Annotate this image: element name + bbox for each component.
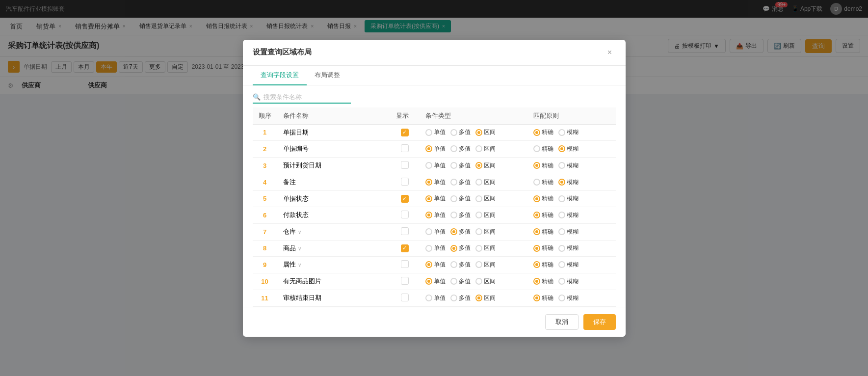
- row-display: [390, 256, 420, 273]
- row-match: 精确模糊: [527, 256, 616, 273]
- row-name: 有无商品图片: [277, 273, 390, 290]
- radio-type-单值[interactable]: 单值: [425, 228, 446, 236]
- radio-match-模糊[interactable]: 模糊: [558, 277, 579, 286]
- row-type: 单值多值区间: [420, 174, 527, 190]
- display-checkbox[interactable]: [401, 161, 409, 169]
- radio-type-区间[interactable]: 区间: [475, 145, 496, 153]
- radio-type-多值[interactable]: 多值: [450, 261, 471, 269]
- radio-match-精确[interactable]: 精确: [533, 161, 553, 170]
- radio-type-区间[interactable]: 区间: [475, 261, 496, 269]
- th-display: 显示: [390, 107, 420, 125]
- display-checkbox[interactable]: [401, 277, 409, 285]
- radio-match-模糊[interactable]: 模糊: [558, 211, 579, 219]
- radio-match-精确[interactable]: 精确: [533, 178, 553, 187]
- radio-type-多值[interactable]: 多值: [450, 161, 471, 170]
- row-type: 单值多值区间: [420, 207, 527, 223]
- radio-type-单值[interactable]: 单值: [425, 277, 446, 286]
- radio-match-模糊[interactable]: 模糊: [558, 194, 579, 203]
- radio-type-单值[interactable]: 单值: [425, 128, 446, 136]
- table-row: 8商品 ∨单值多值区间精确模糊: [253, 240, 616, 256]
- conditions-table: 顺序 条件名称 显示 条件类型 匹配原则 1单据日期单值多值区间精确模糊2单据编…: [253, 107, 616, 307]
- radio-match-模糊[interactable]: 模糊: [558, 178, 579, 187]
- table-row: 2单据编号单值多值区间精确模糊: [253, 140, 616, 157]
- row-display: [390, 174, 420, 190]
- radio-match-模糊[interactable]: 模糊: [558, 294, 579, 302]
- row-display: [390, 124, 420, 140]
- display-checkbox[interactable]: [401, 211, 409, 218]
- radio-type-多值[interactable]: 多值: [450, 194, 471, 203]
- radio-match-模糊[interactable]: 模糊: [558, 145, 579, 153]
- radio-type-多值[interactable]: 多值: [450, 294, 471, 302]
- radio-type-区间[interactable]: 区间: [475, 244, 496, 252]
- radio-match-精确[interactable]: 精确: [533, 194, 553, 203]
- th-name: 条件名称: [277, 107, 390, 125]
- search-input[interactable]: [263, 93, 342, 101]
- tab-layout-adjust[interactable]: 布局调整: [307, 77, 348, 85]
- radio-type-单值[interactable]: 单值: [425, 145, 446, 153]
- row-order: 1: [253, 124, 277, 140]
- radio-type-区间[interactable]: 区间: [475, 277, 496, 286]
- radio-type-区间[interactable]: 区间: [475, 228, 496, 236]
- tab-query-fields[interactable]: 查询字段设置: [253, 77, 307, 85]
- row-name: 备注: [277, 174, 390, 190]
- save-button[interactable]: 保存: [583, 314, 616, 330]
- row-name: 商品 ∨: [277, 240, 390, 256]
- display-checkbox[interactable]: [401, 260, 409, 268]
- radio-type-多值[interactable]: 多值: [450, 211, 471, 219]
- row-order: 11: [253, 290, 277, 306]
- radio-type-多值[interactable]: 多值: [450, 128, 471, 136]
- radio-type-多值[interactable]: 多值: [450, 178, 471, 187]
- radio-type-单值[interactable]: 单值: [425, 194, 446, 203]
- modal-table-wrap: 顺序 条件名称 显示 条件类型 匹配原则 1单据日期单值多值区间精确模糊2单据编…: [243, 107, 626, 307]
- radio-type-区间[interactable]: 区间: [475, 161, 496, 170]
- radio-match-精确[interactable]: 精确: [533, 211, 553, 219]
- modal-search-area: 🔍: [243, 85, 626, 107]
- display-checkbox[interactable]: [401, 227, 409, 235]
- radio-match-精确[interactable]: 精确: [533, 228, 553, 236]
- radio-type-区间[interactable]: 区间: [475, 128, 496, 136]
- radio-type-区间[interactable]: 区间: [475, 194, 496, 203]
- radio-match-模糊[interactable]: 模糊: [558, 261, 579, 269]
- radio-type-区间[interactable]: 区间: [475, 211, 496, 219]
- radio-type-单值[interactable]: 单值: [425, 211, 446, 219]
- radio-match-模糊[interactable]: 模糊: [558, 244, 579, 252]
- radio-match-精确[interactable]: 精确: [533, 261, 553, 269]
- display-checkbox[interactable]: [401, 129, 409, 136]
- display-checkbox[interactable]: [401, 294, 409, 301]
- radio-match-模糊[interactable]: 模糊: [558, 128, 579, 136]
- row-type: 单值多值区间: [420, 240, 527, 256]
- table-row: 4备注单值多值区间精确模糊: [253, 174, 616, 190]
- display-checkbox[interactable]: [401, 244, 409, 252]
- display-checkbox[interactable]: [401, 195, 409, 203]
- radio-type-多值[interactable]: 多值: [450, 244, 471, 252]
- row-type: 单值多值区间: [420, 290, 527, 306]
- row-order: 10: [253, 273, 277, 290]
- radio-type-单值[interactable]: 单值: [425, 244, 446, 252]
- row-display: [390, 207, 420, 223]
- cancel-button[interactable]: 取消: [545, 314, 579, 330]
- radio-type-区间[interactable]: 区间: [475, 294, 496, 302]
- row-order: 2: [253, 140, 277, 157]
- radio-type-单值[interactable]: 单值: [425, 261, 446, 269]
- radio-match-精确[interactable]: 精确: [533, 277, 553, 286]
- row-display: [390, 157, 420, 174]
- radio-type-多值[interactable]: 多值: [450, 277, 471, 286]
- radio-match-精确[interactable]: 精确: [533, 128, 553, 136]
- radio-match-模糊[interactable]: 模糊: [558, 161, 579, 170]
- radio-match-精确[interactable]: 精确: [533, 294, 553, 302]
- radio-type-单值[interactable]: 单值: [425, 294, 446, 302]
- radio-match-精确[interactable]: 精确: [533, 244, 553, 252]
- display-checkbox[interactable]: [401, 178, 409, 186]
- row-order: 7: [253, 223, 277, 240]
- radio-match-精确[interactable]: 精确: [533, 145, 553, 153]
- radio-type-单值[interactable]: 单值: [425, 178, 446, 187]
- radio-match-模糊[interactable]: 模糊: [558, 228, 579, 236]
- radio-type-多值[interactable]: 多值: [450, 228, 471, 236]
- display-checkbox[interactable]: [401, 144, 409, 152]
- row-type: 单值多值区间: [420, 157, 527, 174]
- radio-type-多值[interactable]: 多值: [450, 145, 471, 153]
- table-row: 5单据状态单值多值区间精确模糊: [253, 190, 616, 207]
- radio-type-区间[interactable]: 区间: [475, 178, 496, 187]
- radio-type-单值[interactable]: 单值: [425, 161, 446, 170]
- row-match: 精确模糊: [527, 190, 616, 207]
